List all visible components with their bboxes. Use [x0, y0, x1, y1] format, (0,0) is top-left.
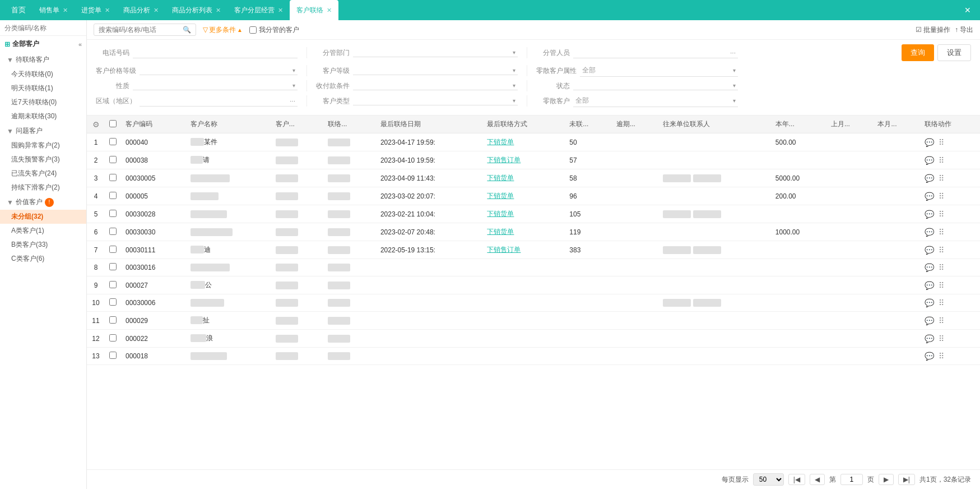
search-input[interactable]	[99, 26, 183, 34]
row-checkbox[interactable]	[109, 263, 117, 270]
row-checkbox[interactable]	[109, 138, 117, 145]
nav-tab-customer-segment[interactable]: 客户分层经营 ✕	[227, 0, 290, 20]
row-checkbox[interactable]	[109, 334, 117, 342]
row-checkbox[interactable]	[109, 228, 117, 235]
more-actions-icon[interactable]: ⠿	[939, 352, 944, 361]
more-actions-icon[interactable]: ⠿	[939, 281, 944, 290]
reset-button[interactable]: 设置	[937, 44, 971, 61]
price-level-select[interactable]: ▾	[140, 66, 298, 75]
nav-tab-purchase[interactable]: 进货单 ✕	[75, 0, 117, 20]
sidebar-item-unclassified[interactable]: 未分组(32)	[0, 210, 86, 224]
all-customers-header[interactable]: ⊞ 全部客户 «	[0, 36, 86, 52]
sidebar-item-class-a[interactable]: A类客户(1)	[0, 224, 86, 238]
phone-input[interactable]	[133, 48, 298, 58]
row-checkbox[interactable]	[109, 316, 117, 324]
chat-icon[interactable]: 💬	[925, 192, 934, 201]
chat-icon[interactable]: 💬	[925, 210, 934, 219]
sidebar-item-churn-warning[interactable]: 流失预警客户(3)	[0, 153, 86, 167]
sidebar-item-class-b[interactable]: B类客户(33)	[0, 238, 86, 252]
prev-page-btn[interactable]: ◀	[810, 474, 825, 485]
more-conditions-btn[interactable]: ▽ 更多条件 ▲	[203, 25, 243, 35]
last-method-link[interactable]: 下销货单	[487, 174, 514, 182]
last-page-btn[interactable]: ▶|	[898, 474, 915, 485]
chat-icon[interactable]: 💬	[925, 228, 934, 237]
close-icon[interactable]: ✕	[216, 7, 221, 14]
cust-level-select[interactable]: ▾	[353, 66, 518, 75]
per-page-select[interactable]: 50 100 200	[753, 473, 784, 486]
region-select[interactable]: ···	[140, 96, 298, 107]
group-value-header[interactable]: ▼ 价值客户 !	[0, 195, 86, 210]
last-method-link[interactable]: 下销货单	[487, 228, 514, 236]
close-icon[interactable]: ✕	[105, 7, 110, 14]
search-icon[interactable]: 🔍	[183, 26, 191, 34]
last-method-link[interactable]: 下销货单	[487, 192, 514, 200]
retail-attr-select[interactable]: 全部 ▾	[580, 64, 738, 77]
more-actions-icon[interactable]: ⠿	[939, 316, 944, 325]
row-checkbox[interactable]	[109, 246, 117, 253]
my-customers-checkbox-label[interactable]: 我分管的客户	[249, 25, 299, 35]
row-checkbox[interactable]	[109, 281, 117, 288]
sidebar-search-input[interactable]	[4, 24, 87, 32]
sidebar-item-overdue-pending[interactable]: 逾期未联络(30)	[0, 109, 86, 123]
last-method-link[interactable]: 下销货单	[487, 210, 514, 218]
last-method-link[interactable]: 下销售订单	[487, 246, 521, 253]
last-method-link[interactable]: 下销货单	[487, 138, 514, 146]
more-actions-icon[interactable]: ⠿	[939, 334, 944, 343]
row-checkbox[interactable]	[109, 298, 117, 306]
sidebar-item-churned[interactable]: 已流失客户(24)	[0, 167, 86, 181]
chat-icon[interactable]: 💬	[925, 316, 934, 325]
chat-icon[interactable]: 💬	[925, 298, 934, 307]
sidebar-item-hoarding[interactable]: 囤购异常客户(2)	[0, 139, 86, 153]
chat-icon[interactable]: 💬	[925, 281, 934, 290]
chat-icon[interactable]: 💬	[925, 263, 934, 272]
sidebar-item-tomorrow-pending[interactable]: 明天待联络(1)	[0, 81, 86, 95]
row-checkbox[interactable]	[109, 192, 117, 199]
sidebar-item-7day-pending[interactable]: 近7天待联络(0)	[0, 95, 86, 109]
sidebar-item-class-c[interactable]: C类客户(6)	[0, 252, 86, 266]
close-icon[interactable]: ✕	[278, 7, 283, 14]
window-close-icon[interactable]: ✕	[960, 6, 976, 15]
group-problem-header[interactable]: ▼ 问题客户	[0, 123, 86, 139]
nav-tab-sales[interactable]: 销售单 ✕	[32, 0, 75, 20]
more-actions-icon[interactable]: ⠿	[939, 298, 944, 307]
query-button[interactable]: 查询	[902, 44, 934, 61]
chat-icon[interactable]: 💬	[925, 156, 934, 165]
my-customers-checkbox[interactable]	[249, 26, 257, 34]
nav-home[interactable]: 首页	[4, 5, 32, 15]
next-page-btn[interactable]: ▶	[879, 474, 894, 485]
nav-tab-customer-contact[interactable]: 客户联络 ✕	[290, 0, 338, 20]
row-checkbox[interactable]	[109, 156, 117, 163]
nav-tab-product-list[interactable]: 商品分析列表 ✕	[165, 0, 227, 20]
gender-select[interactable]: ▾	[133, 81, 298, 90]
export-btn[interactable]: ↑ 导出	[955, 25, 973, 35]
status-select[interactable]: ▾	[573, 81, 738, 90]
manager-select[interactable]: ···	[573, 48, 738, 58]
sidebar-item-declining[interactable]: 持续下滑客户(2)	[0, 181, 86, 195]
chat-icon[interactable]: 💬	[925, 246, 934, 255]
cust-type-select[interactable]: ▾	[353, 96, 518, 105]
last-method-link[interactable]: 下销售订单	[487, 156, 521, 164]
select-all-checkbox[interactable]	[109, 120, 117, 127]
more-actions-icon[interactable]: ⠿	[939, 192, 944, 201]
more-actions-icon[interactable]: ⠿	[939, 263, 944, 272]
more-actions-icon[interactable]: ⠿	[939, 228, 944, 237]
chat-icon[interactable]: 💬	[925, 174, 934, 183]
dept-select[interactable]: ▾	[353, 48, 518, 57]
first-page-btn[interactable]: |◀	[788, 474, 805, 485]
chat-icon[interactable]: 💬	[925, 352, 934, 361]
nav-tab-product-analysis[interactable]: 商品分析 ✕	[117, 0, 165, 20]
more-actions-icon[interactable]: ⠿	[939, 138, 944, 147]
more-actions-icon[interactable]: ⠿	[939, 156, 944, 165]
row-checkbox[interactable]	[109, 174, 117, 181]
chat-icon[interactable]: 💬	[925, 138, 934, 147]
batch-op-btn[interactable]: ☑ 批量操作	[916, 25, 950, 35]
more-actions-icon[interactable]: ⠿	[939, 246, 944, 255]
page-input[interactable]	[840, 474, 863, 485]
close-icon[interactable]: ✕	[63, 7, 68, 14]
settings-icon[interactable]: ⚙	[92, 120, 100, 129]
group-pending-header[interactable]: ▼ 待联络客户	[0, 52, 86, 67]
more-actions-icon[interactable]: ⠿	[939, 210, 944, 219]
row-checkbox[interactable]	[109, 210, 117, 217]
chat-icon[interactable]: 💬	[925, 334, 934, 343]
retail-cust-select[interactable]: 全部 ▾	[573, 95, 738, 107]
